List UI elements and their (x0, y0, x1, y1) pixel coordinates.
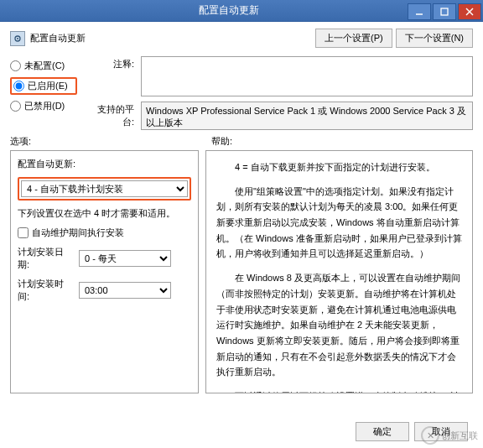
radio-enabled-label: 已启用(E) (28, 80, 68, 92)
window-controls (408, 2, 483, 20)
close-button[interactable] (458, 3, 481, 20)
maximize-button[interactable] (433, 3, 456, 20)
platform-value: Windows XP Professional Service Pack 1 或… (141, 102, 473, 130)
options-heading: 选项: (10, 135, 203, 148)
configure-update-select[interactable]: 4 - 自动下载并计划安装 (21, 180, 188, 197)
help-paragraph: 4 = 自动下载更新并按下面指定的计划进行安装。 (216, 159, 462, 175)
options-hint: 下列设置仅在选中 4 时才需要和适用。 (18, 207, 191, 220)
dialog-footer: 确定 取消 (356, 422, 468, 441)
install-day-select[interactable]: 0 - 每天 (79, 250, 171, 267)
help-pane[interactable]: 4 = 自动下载更新并按下面指定的计划进行安装。 使用"组策略设置"中的选项指定… (205, 150, 473, 393)
radio-not-configured-label: 未配置(C) (24, 60, 65, 72)
title-bar: 配置自动更新 (0, 0, 483, 22)
install-time-select[interactable]: 03:00 (79, 282, 171, 299)
comment-input[interactable] (141, 56, 473, 96)
configure-update-label: 配置自动更新: (18, 158, 191, 170)
minimize-button[interactable] (408, 3, 431, 20)
svg-point-5 (17, 38, 18, 39)
help-paragraph: 使用"组策略设置"中的选项指定计划。如果没有指定计划，则所有安装的默认计划为每天… (216, 184, 462, 262)
page-heading: 配置自动更新 (30, 32, 86, 44)
help-paragraph: 在 Windows 8 及更高版本上，可以设置在自动维护期间（而非按照特定的计划… (216, 270, 462, 380)
radio-disabled-label: 已禁用(D) (24, 100, 65, 112)
gear-icon (10, 31, 25, 46)
maintenance-checkbox-row[interactable]: 自动维护期间执行安装 (18, 227, 191, 239)
options-pane: 配置自动更新: 4 - 自动下载并计划安装 下列设置仅在选中 4 时才需要和适用… (10, 150, 199, 393)
install-time-label: 计划安装时间: (18, 278, 72, 303)
help-heading: 帮助: (203, 135, 232, 148)
install-day-label: 计划安装日期: (18, 246, 72, 271)
platform-label: 支持的平台: (89, 102, 134, 130)
configure-update-highlight: 4 - 自动下载并计划安装 (18, 177, 191, 201)
ok-button[interactable]: 确定 (356, 422, 409, 441)
radio-disabled[interactable]: 已禁用(D) (10, 100, 77, 112)
radio-disabled-input[interactable] (10, 101, 21, 112)
cancel-button[interactable]: 取消 (414, 422, 468, 441)
window-title: 配置自动更新 (50, 3, 408, 18)
svg-rect-1 (441, 8, 448, 15)
maintenance-checkbox-label: 自动维护期间执行安装 (32, 227, 124, 239)
radio-not-configured[interactable]: 未配置(C) (10, 60, 77, 72)
maintenance-checkbox[interactable] (18, 227, 29, 238)
comment-label: 注释: (89, 56, 134, 96)
help-paragraph: 可以通过使用以下组策略设置进一步控制自动维护："计算机配置" > "管理模板" … (216, 388, 462, 393)
next-setting-button[interactable]: 下一个设置(N) (396, 29, 473, 48)
radio-enabled-input[interactable] (13, 81, 24, 91)
radio-not-configured-input[interactable] (10, 60, 21, 71)
prev-setting-button[interactable]: 上一个设置(P) (315, 29, 392, 48)
radio-enabled[interactable]: 已启用(E) (10, 77, 77, 95)
